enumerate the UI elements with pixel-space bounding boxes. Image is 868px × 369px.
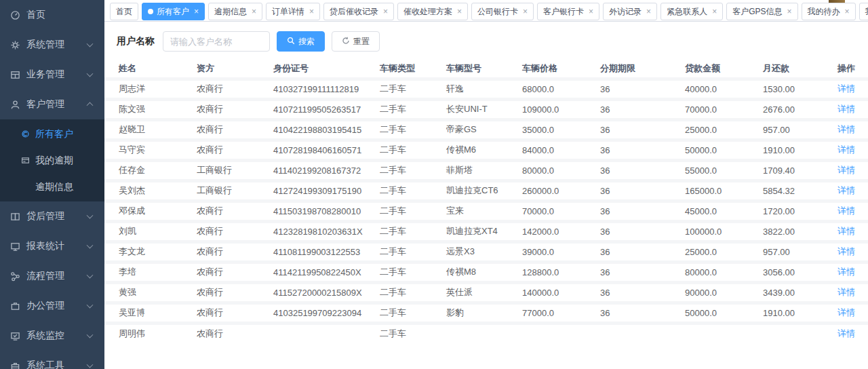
chevron-down-icon (87, 242, 94, 249)
tab-all-customers[interactable]: 所有客户× (142, 3, 205, 20)
table-cell: 农商行 (182, 303, 259, 323)
detail-link[interactable]: 详情 (837, 206, 855, 216)
customer-name-input[interactable] (163, 31, 270, 52)
tab-order-detail[interactable]: 订单详情× (266, 3, 320, 20)
detail-link[interactable]: 详情 (837, 124, 855, 134)
table-cell: 工商银行 (182, 160, 259, 180)
table-cell: 农商行 (182, 282, 259, 303)
detail-link[interactable]: 详情 (837, 226, 855, 236)
table-cell-actions: 详情 (829, 99, 868, 119)
tab-emergency-contacts[interactable]: 紧急联系人× (660, 3, 723, 20)
sidebar-item-overdue-info[interactable]: 逾期信息 (0, 174, 104, 200)
close-icon[interactable]: × (194, 7, 199, 16)
column-header: 月还款 (749, 60, 829, 79)
sidebar-item-office-management[interactable]: 办公管理 (0, 291, 104, 321)
tab-bar: 首页所有客户×逾期信息×订单详情×贷后催收记录×催收处理方案×公司银行卡×客户银… (104, 0, 868, 22)
sidebar-item-label: 所有客户 (35, 128, 73, 140)
close-icon[interactable]: × (457, 7, 462, 16)
table-cell: 39000.0 (508, 241, 586, 262)
table-cell: 任存金 (104, 160, 182, 180)
tab-label: 所有客户 (157, 6, 189, 18)
column-header: 车辆型号 (432, 60, 508, 79)
sidebar-item-postloan-management[interactable]: 贷后管理 (0, 201, 104, 231)
tab-collection-plan[interactable]: 催收处理方案× (397, 3, 468, 20)
table-cell: 马守宾 (104, 140, 182, 160)
sidebar-item-report-statistics[interactable]: 报表统计 (0, 231, 104, 261)
chevron-down-icon (87, 41, 94, 47)
detail-link[interactable]: 详情 (837, 246, 855, 256)
table-cell: 赵晓卫 (104, 119, 182, 140)
sidebar-item-business-management[interactable]: 业务管理 (0, 60, 104, 90)
table-cell-actions: 详情 (829, 119, 868, 140)
sidebar-item-process-management[interactable]: 流程管理 (0, 261, 104, 291)
reset-button[interactable]: 重置 (332, 31, 380, 52)
close-icon[interactable]: × (646, 7, 651, 16)
sidebar-item-label: 我的逾期 (35, 155, 73, 167)
table-cell: 长安UNI-T (432, 99, 508, 119)
table-cell: 410721199505263517 (259, 99, 366, 119)
table-cell-actions: 详情 (829, 323, 868, 343)
table-cell: 二手车 (366, 241, 432, 262)
monitor-icon (9, 330, 20, 341)
app-root: 首页系统管理业务管理客户管理所有客户我的逾期逾期信息贷后管理报表统计流程管理办公… (0, 0, 868, 369)
detail-link[interactable]: 详情 (837, 83, 855, 94)
close-icon[interactable]: × (523, 7, 528, 16)
sidebar-item-home[interactable]: 首页 (0, 0, 104, 30)
table-cell: 二手车 (366, 221, 432, 241)
table-cell-actions: 详情 (829, 79, 868, 99)
sidebar-item-label: 客户管理 (26, 98, 64, 111)
tab-postloan-collection-records[interactable]: 贷后催收记录× (323, 3, 394, 20)
tab-visit-records[interactable]: 外访记录× (603, 3, 657, 20)
tab-customer-gps-info[interactable]: 客户GPS信息× (726, 3, 797, 20)
tab-my-todo[interactable]: 我的待办× (802, 3, 856, 20)
sidebar-item-label: 流程管理 (26, 270, 64, 282)
table-cell: 36 (586, 79, 671, 99)
tab-overdue-info[interactable]: 逾期信息× (208, 3, 262, 20)
sidebar-item-system-management[interactable]: 系统管理 (0, 30, 104, 60)
sidebar-item-system-tools[interactable]: 系统工具 (0, 351, 104, 369)
close-icon[interactable]: × (845, 7, 850, 16)
search-form: 用户名称 搜索 (104, 22, 868, 60)
detail-link[interactable]: 详情 (837, 104, 855, 114)
close-icon[interactable]: × (252, 7, 256, 16)
close-icon[interactable]: × (383, 7, 388, 16)
sidebar-item-customer-management[interactable]: 客户管理 (0, 90, 104, 119)
table-row: 周明伟农商行二手车详情 (104, 323, 868, 343)
table-row: 邓保成农商行411503198708280010二手车宝来70000.03645… (104, 201, 868, 221)
column-header: 操作 (829, 60, 868, 79)
table-cell: 410327199111112819 (259, 79, 366, 99)
detail-link[interactable]: 详情 (837, 267, 855, 277)
table-cell: 165000.0 (671, 180, 749, 201)
detail-link[interactable]: 详情 (837, 328, 855, 338)
table-cell-actions: 详情 (829, 201, 868, 221)
table-cell: 菲斯塔 (432, 160, 508, 180)
table-cell: 41232819810203631X (259, 221, 366, 241)
tab-customer-bank-card[interactable]: 客户银行卡× (537, 3, 599, 20)
close-icon[interactable]: × (309, 7, 314, 16)
detail-link[interactable]: 详情 (837, 287, 855, 297)
close-icon[interactable]: × (787, 7, 791, 16)
table-cell: 英仕派 (432, 282, 508, 303)
table-cell-actions: 详情 (829, 282, 868, 303)
search-button[interactable]: 搜索 (277, 31, 325, 52)
sidebar-item-my-overdue[interactable]: 我的逾期 (0, 147, 104, 174)
table-header-row: 姓名资方身份证号车辆类型车辆型号车辆价格分期期限贷款金额月还款操作 (104, 60, 868, 79)
table-cell: 陈文强 (104, 99, 182, 119)
detail-link[interactable]: 详情 (837, 144, 855, 155)
close-icon[interactable]: × (589, 7, 593, 16)
tab-company-bank-card[interactable]: 公司银行卡× (471, 3, 534, 20)
table-cell: 80000.0 (671, 262, 749, 282)
table-cell: 41142119950822450X (259, 262, 366, 282)
table-cell: 260000.0 (508, 180, 586, 201)
close-icon[interactable]: × (712, 7, 717, 16)
tab-home[interactable]: 首页 (110, 3, 138, 20)
tab-my-process[interactable]: 我的流程× (859, 3, 868, 20)
active-dot-icon (148, 9, 153, 14)
sidebar-item-system-monitor[interactable]: 系统监控 (0, 321, 104, 351)
detail-link[interactable]: 详情 (837, 185, 855, 195)
sidebar-item-all-customers[interactable]: 所有客户 (0, 121, 104, 147)
detail-link[interactable]: 详情 (837, 165, 855, 175)
detail-link[interactable]: 详情 (837, 307, 855, 317)
user-icon (9, 99, 20, 110)
tab-label: 外访记录 (609, 6, 642, 18)
